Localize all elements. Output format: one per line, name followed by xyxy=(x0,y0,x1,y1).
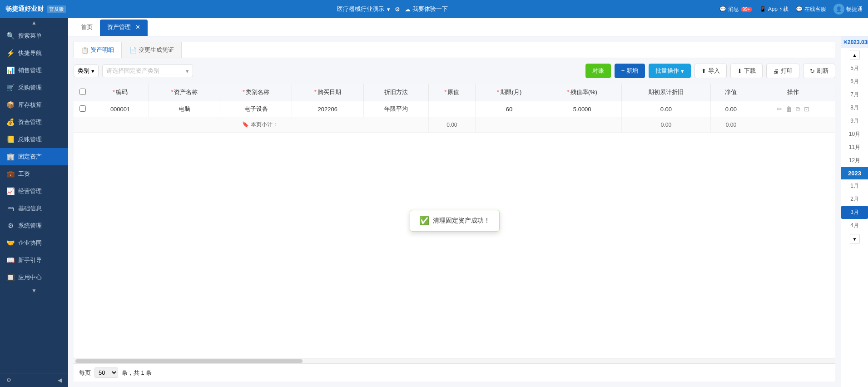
per-page-select[interactable]: 50 100 xyxy=(94,367,118,378)
sidebar-scroll-down[interactable]: ▼ xyxy=(0,286,68,295)
experience-button[interactable]: ☁ 我要体验一下 xyxy=(405,5,448,13)
top-header-right: 💬 消息 99+ 📱 App下载 💬 在线客服 👤 畅捷通 xyxy=(719,4,863,15)
ledger-icon: 📒 xyxy=(6,135,15,144)
app-download-button[interactable]: 📱 App下载 xyxy=(759,5,789,13)
refresh-label: 刷新 xyxy=(817,67,828,75)
success-message: 清理固定资产成功！ xyxy=(433,217,490,225)
more-icon[interactable]: ⊡ xyxy=(804,105,809,113)
batch-button[interactable]: 批量操作 ▾ xyxy=(649,64,691,78)
subtotal-net-value: 0.00 xyxy=(711,117,751,133)
row-code: 000001 xyxy=(92,101,149,117)
sidebar-item-quicknav[interactable]: ⚡ 快捷导航 xyxy=(0,45,68,62)
sidebar-item-ledger[interactable]: 📒 总账管理 xyxy=(0,131,68,148)
reconcile-button[interactable]: 对账 xyxy=(585,64,611,78)
sidebar-collapse-icon[interactable]: ◀ xyxy=(58,377,62,383)
scroll-up-btn[interactable]: ▲ xyxy=(850,50,860,60)
scroll-down-btn[interactable]: ▼ xyxy=(850,234,860,244)
company-selector[interactable]: 医疗器械行业演示 ▾ xyxy=(337,5,390,13)
sidebar-item-assets[interactable]: 🏢 固定资产 xyxy=(0,148,68,165)
sidebar-item-finance[interactable]: 💰 资金管理 xyxy=(0,114,68,131)
search-icon: 🔍 xyxy=(6,32,15,40)
month-item-12[interactable]: 12月 xyxy=(841,154,868,167)
experience-text: 我要体验一下 xyxy=(412,5,448,13)
per-page-label: 每页 xyxy=(79,369,91,377)
row-checkbox[interactable] xyxy=(74,101,92,117)
subtotal-original-value: 0.00 xyxy=(428,117,476,133)
app-edition: 普及版 xyxy=(47,5,66,13)
online-service-button[interactable]: 💬 在线客服 xyxy=(796,5,826,13)
month-item-7[interactable]: 7月 xyxy=(841,88,868,101)
category-label: 类别 xyxy=(78,67,89,75)
sidebar-item-label: 固定资产 xyxy=(18,153,42,161)
sidebar-item-basic[interactable]: 🗃 基础信息 xyxy=(0,200,68,217)
new-button[interactable]: + 新增 xyxy=(615,64,645,78)
sidebar-item-guide[interactable]: 📖 新手引导 xyxy=(0,252,68,269)
month-item-11[interactable]: 11月 xyxy=(841,141,868,154)
select-all-checkbox[interactable] xyxy=(79,89,86,95)
download-button[interactable]: ⬇ 下载 xyxy=(730,64,763,78)
settings-icon[interactable]: ⚙ xyxy=(395,6,400,13)
month-item-10[interactable]: 10月 xyxy=(841,128,868,141)
sidebar-item-label: 采购管理 xyxy=(18,84,42,92)
message-button[interactable]: 💬 消息 99+ xyxy=(719,5,752,13)
tab-asset-management[interactable]: 资产管理 ✕ xyxy=(100,20,148,36)
sidebar-item-inventory[interactable]: 📦 库存核算 xyxy=(0,96,68,114)
sidebar-item-enterprise[interactable]: 🤝 企业协同 xyxy=(0,234,68,252)
sidebar-settings-icon[interactable]: ⚙ xyxy=(6,377,11,383)
sidebar-item-purchase[interactable]: 🛒 采购管理 xyxy=(0,79,68,96)
row-net-value: 0.00 xyxy=(711,101,751,117)
row-residual-rate: 5.0000 xyxy=(543,101,621,117)
refresh-button[interactable]: ↻ 刷新 xyxy=(803,64,835,78)
month-item-5[interactable]: 5月 xyxy=(841,62,868,75)
sidebar-item-label: 库存核算 xyxy=(18,101,42,109)
header-residual-rate: *残值率(%) xyxy=(543,84,621,101)
sidebar-item-label: 快捷导航 xyxy=(18,49,42,57)
close-panel-icon[interactable]: ✕ xyxy=(843,39,848,45)
month-item-9[interactable]: 9月 xyxy=(841,114,868,128)
month-item-8[interactable]: 8月 xyxy=(841,101,868,114)
delete-icon[interactable]: 🗑 xyxy=(786,105,792,113)
horizontal-scrollbar[interactable] xyxy=(74,358,835,363)
tab-close-icon[interactable]: ✕ xyxy=(135,24,140,30)
right-panel-header[interactable]: ✕ 2023.03 ⊡ xyxy=(841,36,868,48)
user-avatar[interactable]: 👤 畅捷通 xyxy=(833,4,863,15)
download-icon: 📱 xyxy=(759,6,766,12)
row-select-checkbox[interactable] xyxy=(79,105,86,112)
month-item-3[interactable]: 3月 xyxy=(841,206,868,219)
sidebar-item-search[interactable]: 🔍 搜索菜单 xyxy=(0,27,68,45)
print-button[interactable]: 🖨 打印 xyxy=(766,64,799,78)
sidebar-item-label: 应用中心 xyxy=(18,273,42,282)
import-button[interactable]: ⬆ 导入 xyxy=(694,64,727,78)
change-voucher-icon: 📄 xyxy=(129,47,137,54)
copy-icon[interactable]: ⧉ xyxy=(796,105,800,113)
total-label: 条，共 1 条 xyxy=(122,369,152,377)
message-badge: 99+ xyxy=(741,7,752,12)
row-actions: ✏ 🗑 ⧉ ⊡ xyxy=(751,101,835,117)
sidebar-item-label: 总账管理 xyxy=(18,135,42,144)
tab-home[interactable]: 首页 xyxy=(74,20,100,36)
sidebar-item-apps[interactable]: 🔲 应用中心 xyxy=(0,269,68,286)
month-item-1[interactable]: 1月 xyxy=(841,179,868,193)
success-check-icon: ✅ xyxy=(419,216,429,226)
month-item-2[interactable]: 2月 xyxy=(841,193,868,206)
category-input[interactable]: 请选择固定资产类别 ▾ xyxy=(102,64,193,77)
toolbar-left: 类别 ▾ 请选择固定资产类别 ▾ xyxy=(74,64,193,77)
sidebar-item-sales[interactable]: 📊 销售管理 xyxy=(0,62,68,79)
sidebar-scroll-up[interactable]: ▲ xyxy=(0,18,68,27)
sidebar-item-label: 系统管理 xyxy=(18,222,42,230)
category-filter[interactable]: 类别 ▾ xyxy=(74,64,99,77)
message-icon: 💬 xyxy=(719,6,726,12)
page-content: 📋 资产明细 📄 变更生成凭证 类别 ▾ xyxy=(68,36,868,387)
inventory-icon: 📦 xyxy=(6,101,15,109)
company-dropdown-icon[interactable]: ▾ xyxy=(387,6,390,13)
edit-icon[interactable]: ✏ xyxy=(777,105,782,113)
sub-tab-change-voucher[interactable]: 📄 变更生成凭证 xyxy=(122,42,182,58)
sub-tab-asset-detail[interactable]: 📋 资产明细 xyxy=(74,42,122,58)
sidebar-item-payroll[interactable]: 💼 工资 xyxy=(0,165,68,183)
row-period-months: 60 xyxy=(476,101,543,117)
month-item-4[interactable]: 4月 xyxy=(841,219,868,232)
sidebar-item-operations[interactable]: 📈 经营管理 xyxy=(0,183,68,200)
sidebar-item-system[interactable]: ⚙ 系统管理 xyxy=(0,217,68,234)
month-item-6[interactable]: 6月 xyxy=(841,75,868,88)
scroll-thumb[interactable] xyxy=(75,359,303,363)
